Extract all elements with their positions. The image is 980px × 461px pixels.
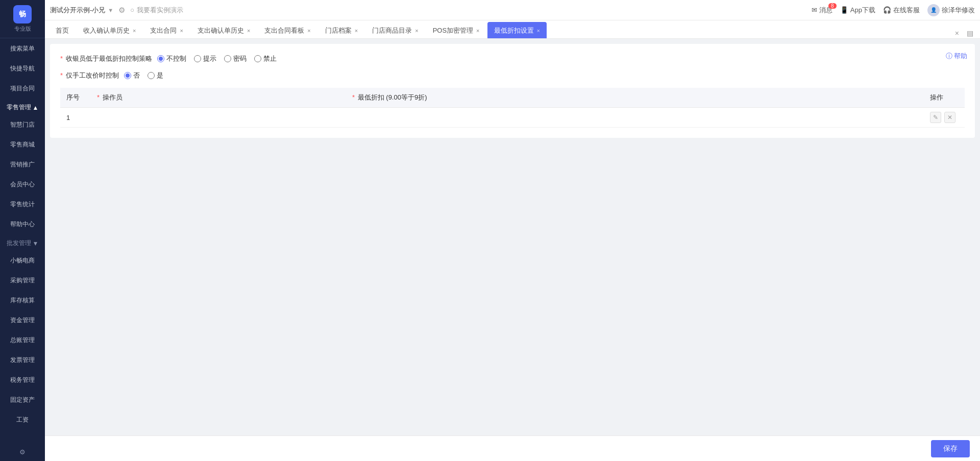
topbar-gear-icon: ⚙ — [118, 6, 125, 14]
tab-payment-confirm[interactable]: 支出确认单历史 × — [191, 22, 257, 38]
sidebar-item-help[interactable]: 帮助中心 — [0, 214, 45, 234]
cell-seq: 1 — [60, 108, 91, 128]
sidebar-item-payroll[interactable]: 工资 — [0, 409, 45, 429]
tab-menu-button[interactable]: ▤ — [964, 28, 976, 38]
sidebar-item-search[interactable]: 搜索菜单 — [0, 38, 45, 58]
headset-icon: 🎧 — [883, 6, 891, 14]
tab-pos-password-close[interactable]: × — [476, 28, 479, 34]
table-header-row: 序号 * 操作员 * 最低折扣 (9.00等于9折) 操作 — [60, 88, 965, 108]
message-button[interactable]: ✉ 消息 8 — [812, 6, 832, 15]
topbar-settings-button[interactable]: ⚙ — [118, 6, 125, 15]
message-icon: ✉ — [812, 6, 817, 14]
sidebar-item-purchase[interactable]: 采购管理 — [0, 270, 45, 290]
radio-no-control[interactable]: 不控制 — [157, 54, 186, 63]
message-badge: 8 — [828, 3, 837, 9]
radio-yes[interactable]: 是 — [148, 71, 163, 80]
demo-circle-icon: ○ — [130, 6, 134, 14]
delete-icon: ✕ — [947, 114, 952, 121]
project-chevron-icon: ▼ — [108, 7, 113, 13]
tab-home[interactable]: 首页 — [49, 22, 76, 38]
form-row-manual-price: * 仅手工改价时控制 否 是 — [60, 71, 965, 80]
radio-no[interactable]: 否 — [124, 71, 140, 80]
user-name: 徐泽华修改 — [942, 6, 975, 15]
sidebar-item-contract[interactable]: 项目合同 — [0, 78, 45, 98]
tab-payment-contract-label: 支出合同 — [150, 26, 177, 35]
sidebar-item-inventory[interactable]: 库存核算 — [0, 290, 45, 310]
radio-password[interactable]: 密码 — [224, 54, 247, 63]
col-operator: * 操作员 — [91, 88, 346, 108]
row-edit-button[interactable]: ✎ — [930, 112, 941, 123]
tab-payment-confirm-label: 支出确认单历史 — [198, 26, 244, 35]
demo-label: 我要看实例演示 — [137, 6, 183, 15]
tab-min-discount-label: 最低折扣设置 — [494, 26, 534, 35]
sidebar-item-marketing[interactable]: 营销推广 — [0, 154, 45, 174]
app-download-button[interactable]: 📱 App下载 — [840, 6, 875, 15]
tab-payment-board-label: 支出合同看板 — [264, 26, 304, 35]
row-delete-button[interactable]: ✕ — [944, 112, 955, 123]
tab-payment-contract[interactable]: 支出合同 × — [143, 22, 189, 38]
table-row: 1 ✎ ✕ — [60, 108, 965, 128]
sidebar-item-retailmall[interactable]: 零售商城 — [0, 134, 45, 154]
control-strategy-radio-group: 不控制 提示 密码 禁止 — [157, 54, 277, 63]
app-download-label: App下载 — [850, 6, 875, 15]
project-selector[interactable]: 测试分开示例-小兄 ▼ — [50, 6, 113, 15]
tab-store-goods-close[interactable]: × — [415, 28, 418, 34]
radio-forbid[interactable]: 禁止 — [254, 54, 277, 63]
sidebar-item-wholesale[interactable]: 批发管理 ▼ — [0, 234, 45, 250]
tab-payment-confirm-close[interactable]: × — [247, 28, 250, 34]
sidebar-item-invoice[interactable]: 发票管理 — [0, 350, 45, 370]
save-button[interactable]: 保存 — [931, 440, 970, 457]
demo-link[interactable]: ○ 我要看实例演示 — [130, 6, 183, 15]
app-logo: 畅 专业版 — [0, 0, 45, 38]
tab-min-discount[interactable]: 最低折扣设置 × — [487, 22, 547, 38]
manual-price-radio-group: 否 是 — [124, 71, 163, 80]
sidebar-item-quicknav[interactable]: 快捷导航 — [0, 58, 45, 78]
sidebar-item-capital[interactable]: 资金管理 — [0, 310, 45, 330]
sidebar-settings-button[interactable]: ⚙ — [0, 443, 45, 461]
tab-store-file-close[interactable]: × — [355, 28, 358, 34]
sidebar-item-assets[interactable]: 固定资产 — [0, 390, 45, 409]
avatar: 👤 — [927, 4, 940, 16]
customer-service-button[interactable]: 🎧 在线客服 — [883, 6, 920, 15]
col-min-discount: * 最低折扣 (9.00等于9折) — [346, 88, 924, 108]
discount-table: 序号 * 操作员 * 最低折扣 (9.00等于9折) 操作 — [60, 88, 965, 128]
settings-icon: ⚙ — [19, 448, 26, 456]
help-icon: ⓘ — [946, 52, 952, 61]
tab-min-discount-close[interactable]: × — [537, 28, 540, 34]
tab-payment-board[interactable]: 支出合同看板 × — [258, 22, 317, 38]
tab-income-confirm-close[interactable]: × — [133, 28, 136, 34]
sidebar-item-retail[interactable]: 零售管理 ▲ — [0, 98, 45, 114]
logo-icon: 畅 — [13, 5, 32, 23]
help-link[interactable]: ⓘ 帮助 — [946, 52, 967, 61]
tab-store-file-label: 门店档案 — [325, 26, 352, 35]
tab-store-goods-label: 门店商品目录 — [372, 26, 412, 35]
sidebar-item-smartstore[interactable]: 智慧门店 — [0, 114, 45, 134]
tab-store-file[interactable]: 门店档案 × — [318, 22, 364, 38]
tab-income-confirm[interactable]: 收入确认单历史 × — [77, 22, 142, 38]
tab-pos-password[interactable]: POS加密管理 × — [426, 22, 486, 38]
tabbar: 首页 收入确认单历史 × 支出合同 × 支出确认单历史 × 支出合同看板 × 门… — [45, 20, 980, 39]
tab-payment-contract-close[interactable]: × — [180, 28, 183, 34]
sidebar-item-ledger[interactable]: 总账管理 — [0, 330, 45, 350]
edit-icon: ✎ — [933, 114, 938, 121]
tab-payment-board-close[interactable]: × — [307, 28, 310, 34]
sidebar-item-member[interactable]: 会员中心 — [0, 174, 45, 194]
user-profile[interactable]: 👤 徐泽华修改 — [927, 4, 975, 16]
sidebar-item-ecommerce[interactable]: 小畅电商 — [0, 250, 45, 270]
help-label: 帮助 — [954, 52, 967, 61]
tab-close-all-button[interactable]: × — [952, 28, 962, 38]
manual-price-label: * 仅手工改价时控制 — [60, 71, 119, 80]
control-strategy-label: * 收银员低于最低折扣控制策略 — [60, 54, 152, 63]
tab-income-confirm-label: 收入确认单历史 — [83, 26, 130, 35]
content-card: ⓘ 帮助 * 收银员低于最低折扣控制策略 不控制 提示 — [50, 44, 975, 138]
radio-prompt[interactable]: 提示 — [194, 54, 216, 63]
col-seq: 序号 — [60, 88, 91, 108]
tab-pos-password-label: POS加密管理 — [433, 26, 473, 35]
tab-store-goods[interactable]: 门店商品目录 × — [365, 22, 425, 38]
tab-home-label: 首页 — [56, 26, 69, 35]
cell-operator — [91, 108, 346, 128]
cell-action: ✎ ✕ — [924, 108, 965, 128]
sidebar-item-retailstat[interactable]: 零售统计 — [0, 194, 45, 214]
topbar-right: ✉ 消息 8 📱 App下载 🎧 在线客服 👤 徐泽华修改 — [812, 4, 975, 16]
sidebar-item-tax[interactable]: 税务管理 — [0, 370, 45, 390]
